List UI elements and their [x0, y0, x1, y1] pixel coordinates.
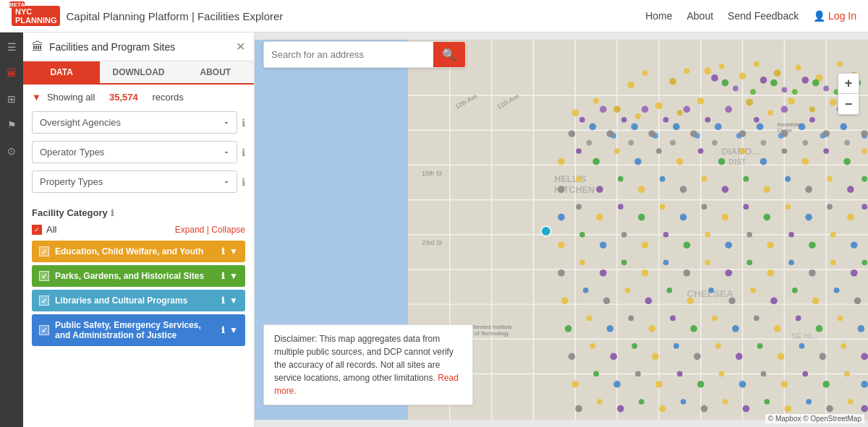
public-safety-info-icon[interactable]: ℹ: [221, 325, 225, 335]
map-area[interactable]: 🔍: [255, 33, 868, 427]
svg-point-170: [621, 232, 627, 238]
close-icon[interactable]: ✕: [236, 40, 245, 53]
nav-right: Home About Send Feedback 👤 Log In: [645, 10, 856, 22]
all-checkbox[interactable]: [32, 225, 42, 235]
svg-point-198: [561, 297, 569, 304]
svg-point-174: [705, 232, 711, 238]
about-link[interactable]: About: [687, 10, 714, 22]
oversight-info-icon[interactable]: ℹ: [242, 117, 245, 129]
svg-point-86: [792, 89, 798, 95]
public-safety-expand-icon[interactable]: ▼: [229, 325, 238, 335]
category-item-education[interactable]: Education, Child Welfare, and Youth ℹ ▼: [32, 241, 245, 262]
libraries-info-icon[interactable]: ℹ: [221, 296, 225, 306]
parks-expand-icon[interactable]: ▼: [229, 271, 238, 281]
zoom-in-button[interactable]: +: [838, 74, 859, 94]
category-item-libraries[interactable]: Libraries and Cultural Programs ℹ ▼: [32, 290, 245, 311]
svg-point-98: [757, 124, 764, 131]
tab-about[interactable]: ABOUT: [177, 61, 254, 83]
svg-point-206: [728, 297, 736, 304]
parks-checkbox[interactable]: [39, 271, 49, 281]
tab-download[interactable]: DOWNLOAD: [100, 61, 176, 83]
svg-point-129: [760, 158, 767, 165]
property-info-icon[interactable]: ℹ: [242, 176, 245, 188]
svg-text:DIST: DIST: [728, 158, 746, 166]
svg-point-144: [744, 176, 749, 182]
category-info-icon[interactable]: ℹ: [111, 208, 114, 218]
svg-point-249: [697, 381, 705, 388]
svg-point-246: [635, 371, 641, 377]
property-types-select[interactable]: Property Types: [32, 171, 237, 193]
public-safety-checkbox[interactable]: [39, 325, 49, 335]
svg-point-158: [702, 204, 707, 210]
send-feedback-link[interactable]: Send Feedback: [728, 10, 799, 22]
menu-icon[interactable]: ☰: [4, 38, 20, 56]
education-expand-icon[interactable]: ▼: [229, 246, 238, 256]
svg-point-179: [809, 241, 816, 249]
zoom-out-button[interactable]: −: [838, 94, 859, 114]
svg-point-178: [788, 232, 794, 238]
svg-point-205: [708, 288, 714, 293]
svg-point-85: [770, 79, 778, 87]
camera-icon[interactable]: ⊙: [4, 142, 19, 160]
search-input[interactable]: [264, 43, 433, 66]
icon-bar: ☰ 🏛 ⊞ ⚑ ⊙: [0, 33, 23, 427]
education-checkbox[interactable]: [39, 246, 49, 256]
svg-point-262: [659, 405, 666, 413]
facility-category-section: Facility Category ℹ All Expand | Collaps…: [23, 207, 254, 356]
svg-point-261: [639, 399, 644, 405]
libraries-checkbox[interactable]: [39, 296, 49, 306]
svg-point-267: [764, 399, 770, 405]
svg-point-41: [774, 69, 781, 77]
building-icon[interactable]: 🏛: [4, 64, 20, 82]
svg-point-105: [587, 140, 592, 146]
nav-left: BETA NYCPLANNING Capital Planning Platfo…: [12, 6, 283, 26]
svg-point-127: [718, 158, 726, 165]
disclaimer: Disclaimer: This map aggregates data fro…: [263, 324, 473, 405]
layers-icon[interactable]: ⊞: [4, 90, 19, 108]
svg-point-162: [785, 204, 791, 210]
svg-point-149: [847, 186, 854, 193]
category-item-parks[interactable]: Parks, Gardens, and Historical Sites ℹ ▼: [32, 265, 245, 287]
svg-point-213: [565, 325, 572, 332]
svg-point-81: [809, 117, 815, 123]
svg-point-159: [722, 214, 729, 221]
operator-info-icon[interactable]: ℹ: [242, 147, 245, 158]
public-safety-label: Public Safety, Emergency Services, and A…: [55, 320, 216, 340]
category-item-public-safety[interactable]: Public Safety, Emergency Services, and A…: [32, 314, 245, 346]
svg-point-75: [663, 117, 669, 123]
svg-point-73: [621, 117, 627, 123]
svg-point-190: [725, 269, 732, 277]
education-info-icon[interactable]: ℹ: [221, 246, 225, 256]
login-link[interactable]: 👤 Log In: [813, 10, 856, 22]
svg-point-169: [600, 241, 607, 249]
home-link[interactable]: Home: [645, 10, 672, 22]
oversight-agencies-select[interactable]: Oversight Agencies: [32, 111, 237, 134]
svg-point-120: [576, 148, 582, 154]
records-label: records: [152, 92, 183, 103]
flag-icon[interactable]: ⚑: [4, 116, 20, 134]
svg-point-92: [631, 124, 638, 131]
svg-point-259: [597, 399, 603, 405]
svg-point-242: [861, 353, 868, 361]
svg-point-78: [725, 105, 732, 113]
operator-types-select[interactable]: Operator Types: [32, 141, 237, 163]
svg-point-222: [754, 316, 760, 322]
expand-collapse[interactable]: Expand | Collapse: [175, 225, 245, 235]
svg-point-38: [719, 64, 725, 69]
search-button[interactable]: 🔍: [433, 42, 465, 67]
svg-point-181: [851, 241, 858, 249]
svg-point-94: [673, 124, 680, 131]
svg-point-180: [830, 232, 836, 238]
svg-point-194: [809, 269, 816, 277]
svg-point-203: [667, 288, 673, 293]
svg-point-263: [681, 399, 686, 405]
svg-point-87: [812, 79, 820, 87]
svg-point-133: [843, 158, 851, 165]
parks-info-icon[interactable]: ℹ: [221, 271, 225, 281]
tab-data[interactable]: DATA: [23, 61, 100, 83]
svg-point-224: [796, 316, 801, 322]
svg-point-233: [673, 343, 679, 349]
svg-point-100: [799, 124, 806, 131]
libraries-expand-icon[interactable]: ▼: [229, 296, 238, 306]
record-count: 35,574: [109, 92, 138, 103]
